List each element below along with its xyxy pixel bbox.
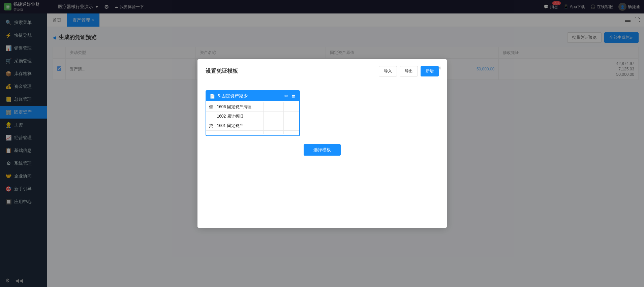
empty-cell-3 — [284, 131, 304, 134]
modal: 设置凭证模板 导入 导出 新增 × 📄 5-固定资产减少 ✏ 🗑 — [197, 59, 447, 228]
entry-row-2: 1602 累计折旧 — [206, 112, 299, 121]
template-card-actions: ✏ 🗑 — [284, 93, 296, 99]
export-btn[interactable]: 导出 — [400, 66, 418, 76]
modal-header-actions: 导入 导出 新增 — [379, 66, 439, 76]
entry-row-3: 贷：1601 固定资产 — [206, 121, 299, 131]
template-doc-icon: 📄 — [210, 94, 215, 99]
entry-3-name: 贷：1601 固定资产 — [206, 121, 264, 130]
empty-cell-1 — [206, 131, 264, 134]
entry-row-empty — [206, 131, 299, 134]
choose-template-container: 选择模板 — [206, 144, 439, 156]
template-card: 📄 5-固定资产减少 ✏ 🗑 借：1606 固定资产清理 1 — [206, 90, 300, 136]
new-btn[interactable]: 新增 — [421, 66, 439, 76]
modal-title: 设置凭证模板 — [206, 68, 238, 75]
entry-3-credit — [284, 121, 304, 130]
template-card-body: 借：1606 固定资产清理 1602 累计折旧 贷：1601 固定资产 — [206, 101, 299, 135]
entry-2-debit — [264, 112, 284, 121]
entry-1-debit — [264, 102, 284, 111]
entry-1-credit — [284, 102, 304, 111]
empty-cell-2 — [264, 131, 284, 134]
entry-1-name: 借：1606 固定资产清理 — [206, 102, 264, 111]
entry-2-credit — [284, 112, 304, 121]
modal-close-btn[interactable]: × — [438, 65, 441, 72]
entry-row-1: 借：1606 固定资产清理 — [206, 102, 299, 112]
template-name: 5-固定资产减少 — [218, 93, 248, 99]
entry-2-name: 1602 累计折旧 — [206, 112, 264, 121]
entry-3-debit — [264, 121, 284, 130]
template-card-header: 📄 5-固定资产减少 ✏ 🗑 — [206, 91, 299, 101]
choose-template-btn[interactable]: 选择模板 — [304, 144, 341, 156]
import-btn[interactable]: 导入 — [379, 66, 397, 76]
modal-overlay: 设置凭证模板 导入 导出 新增 × 📄 5-固定资产减少 ✏ 🗑 — [0, 0, 644, 287]
template-delete-icon[interactable]: 🗑 — [291, 93, 296, 99]
modal-header: 设置凭证模板 导入 导出 新增 × — [197, 59, 447, 82]
modal-body: 📄 5-固定资产减少 ✏ 🗑 借：1606 固定资产清理 1 — [197, 82, 447, 228]
template-edit-icon[interactable]: ✏ — [284, 93, 288, 99]
